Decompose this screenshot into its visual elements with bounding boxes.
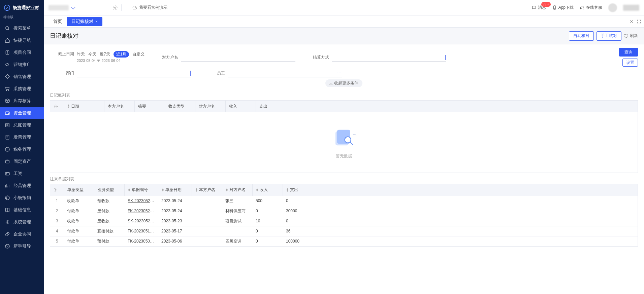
table-row[interactable]: 2付款单应付款FK-20230524-02023-05-24材料供应商03000… (50, 206, 638, 216)
cell-biz-type: 直接付款 (94, 226, 124, 236)
journal-empty-state: 暂无数据 (50, 112, 638, 173)
sidebar-item-6[interactable]: 库存核算 (0, 95, 44, 107)
cell-doc-no[interactable]: FK-20230517-0 (124, 226, 158, 236)
sidebar-item-label: 固定资产 (13, 158, 31, 164)
ar-col-doc-no[interactable]: 单据编号 (124, 184, 158, 196)
sidebar-item-1[interactable]: 快捷导航 (0, 34, 44, 46)
message-button[interactable]: 消息 99 + (532, 5, 546, 10)
fullscreen-icon[interactable] (637, 19, 641, 24)
refresh-button[interactable]: 刷新 (624, 33, 638, 39)
sidebar-item-3[interactable]: 营销推广 (0, 59, 44, 71)
tab-active[interactable]: 日记账核对 × (67, 17, 102, 26)
journal-col-date[interactable]: 日期 (64, 101, 104, 112)
cell-biz-type: 预收款 (94, 196, 124, 206)
settings-button[interactable]: 设置 (622, 59, 638, 67)
quick-date-last1m[interactable]: 近1月 (114, 51, 129, 58)
dept-select[interactable] (77, 69, 191, 77)
avatar[interactable] (608, 3, 617, 12)
cell-doc-no[interactable]: SK-20230523-0 (124, 216, 158, 226)
sidebar: 畅捷通好业财 标准版 搜索菜单快捷导航项目合同营销推广销售管理采购管理库存核算资… (0, 0, 44, 294)
sidebar-item-0[interactable]: 搜索菜单 (0, 22, 44, 34)
reimburse-icon (5, 195, 10, 200)
ar-col-counterparty[interactable]: 对方户名 (222, 184, 252, 196)
sidebar-item-16[interactable]: 系统管理 (0, 216, 44, 228)
search-icon (5, 26, 10, 31)
ar-col-doc-date[interactable]: 单据日期 (158, 184, 192, 196)
sidebar-item-2[interactable]: 项目合同 (0, 46, 44, 59)
collapse-filters-button[interactable]: ︽ 收起更多条件 (325, 79, 362, 87)
cell-doc-type: 收款单 (64, 216, 94, 226)
tab-home[interactable]: 首页 (49, 17, 67, 26)
support-label: 在线客服 (586, 5, 602, 10)
sidebar-item-7[interactable]: 资金管理 (0, 107, 44, 119)
cell-doc-type: 付款单 (64, 206, 94, 216)
book-icon (5, 207, 10, 213)
quick-date-last7[interactable]: 近7天 (100, 51, 110, 57)
ar-section-title: 往来单据列表 (44, 173, 644, 184)
sidebar-item-label: 工资 (13, 171, 22, 177)
sidebar-item-label: 资金管理 (13, 110, 31, 116)
sidebar-item-8[interactable]: 总账管理 (0, 119, 44, 131)
chevron-up-icon: ︽ (329, 81, 333, 86)
cell-doc-no[interactable]: FK-20230524-0 (124, 206, 158, 216)
sidebar-item-10[interactable]: 税务管理 (0, 143, 44, 155)
ar-col-doc-type[interactable]: 单据类型 (64, 184, 94, 196)
sidebar-item-17[interactable]: 企业协同 (0, 228, 44, 240)
table-row[interactable]: 1收款单预收款SK-20230524-02023-05-24张三5000 (50, 196, 638, 206)
demo-link[interactable]: 我要看实例演示 (132, 5, 167, 10)
settle-select[interactable] (332, 53, 446, 62)
employee-select[interactable] (228, 69, 342, 77)
query-button[interactable]: 查询 (619, 48, 638, 57)
journal-col-our-account[interactable]: 本方户名 (104, 101, 134, 112)
ar-col-income[interactable]: 收入 (252, 184, 283, 196)
cell-biz-type: 应收款 (94, 216, 124, 226)
journal-col-type[interactable]: 收支类型 (165, 101, 195, 112)
gear-icon[interactable] (112, 5, 118, 10)
phone-icon (552, 5, 557, 10)
support-button[interactable]: 在线客服 (580, 5, 602, 10)
message-icon (532, 5, 537, 10)
counterparty-input[interactable] (181, 53, 295, 62)
sidebar-item-13[interactable]: 经营管理 (0, 180, 44, 192)
quick-date-custom[interactable]: 自定义 (132, 51, 144, 57)
table-row[interactable]: 4付款单直接付款FK-20230517-02023-05-17036 (50, 226, 638, 236)
cell-doc-no[interactable]: SK-20230524-0 (124, 196, 158, 206)
ar-col-biz-type[interactable]: 业务类型 (94, 184, 124, 196)
sidebar-item-5[interactable]: 采购管理 (0, 83, 44, 95)
sidebar-item-9[interactable]: 发票管理 (0, 131, 44, 143)
sidebar-item-label: 总账管理 (13, 122, 31, 128)
journal-col-gear[interactable] (50, 101, 64, 112)
employee-label: 员工 (201, 70, 225, 76)
sidebar-item-15[interactable]: 基础信息 (0, 204, 44, 216)
tabs-right-controls (629, 19, 641, 24)
sidebar-item-label: 快捷导航 (13, 37, 31, 43)
app-download-button[interactable]: App下载 (552, 5, 574, 10)
svg-point-1 (6, 27, 9, 30)
sidebar-item-label: 项目合同 (13, 49, 31, 56)
sidebar-item-11[interactable]: 固定资产 (0, 155, 44, 168)
ar-col-our-account[interactable]: 本方户名 (192, 184, 222, 196)
manual-check-button[interactable]: 手工核对 (597, 31, 621, 41)
cell-doc-no[interactable]: FK-20230506-0 (124, 236, 158, 246)
ar-col-gear[interactable] (50, 184, 64, 196)
journal-col-expense[interactable]: 支出 (256, 101, 638, 112)
close-all-icon[interactable] (629, 19, 634, 24)
table-row[interactable]: 3收款单应收款SK-20230523-02023-05-23项目测试100 (50, 216, 638, 226)
sidebar-item-18[interactable]: 新手引导 (0, 240, 44, 252)
journal-col-summary[interactable]: 摘要 (134, 101, 165, 112)
quick-date-today[interactable]: 今天 (88, 51, 96, 57)
quick-date-yesterday[interactable]: 昨天 (77, 51, 85, 57)
journal-section-title: 日记账列表 (44, 89, 644, 100)
journal-col-counterparty[interactable]: 对方户名 (195, 101, 225, 112)
journal-col-income[interactable]: 收入 (225, 101, 256, 112)
sidebar-item-12[interactable]: 工资 (0, 168, 44, 180)
journal-table: 日期 本方户名 摘要 收支类型 对方户名 收入 支出 暂无数据 (50, 100, 638, 173)
cell-our-account (192, 206, 222, 216)
auto-check-button[interactable]: 自动核对 (569, 31, 594, 41)
sidebar-item-14[interactable]: 小畅报销 (0, 192, 44, 204)
sidebar-item-4[interactable]: 销售管理 (0, 71, 44, 83)
org-select[interactable] (49, 5, 109, 10)
table-row[interactable]: 5付款单预付款FK-20230506-02023-05-06四川空调010000… (50, 236, 638, 246)
close-icon[interactable]: × (95, 19, 98, 24)
ar-col-expense[interactable]: 支出 (283, 184, 638, 196)
